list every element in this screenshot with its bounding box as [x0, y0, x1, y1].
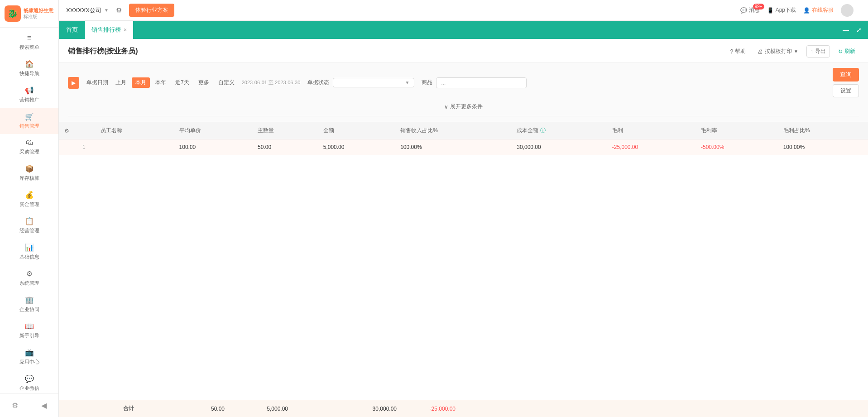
sidebar-item-label: 基础信息: [19, 254, 39, 260]
refresh-icon: ↻: [838, 48, 843, 55]
message-button[interactable]: 💬 消息 99+: [740, 6, 760, 14]
content-inner: 销售排行榜(按业务员) ? 帮助 🖨 按模板打印 ▼ ↑ 导出: [59, 39, 868, 417]
refresh-button[interactable]: ↻ 刷新: [834, 46, 859, 57]
sidebar-item-wechat[interactable]: 💬 企业微信: [0, 370, 58, 393]
table-row: 1 100.00 50.00: [59, 139, 868, 155]
footer-amount: 5,000.00: [234, 406, 288, 412]
logo: 🐉 畅康通好生意 标准版: [0, 0, 58, 28]
sidebar-item-system[interactable]: ⚙ 系统管理: [0, 265, 58, 291]
content-area: 销售排行榜(按业务员) ? 帮助 🖨 按模板打印 ▼ ↑ 导出: [59, 39, 868, 417]
date-range: 2023-06-01 至 2023-06-30: [242, 79, 301, 86]
sidebar-item-enterprise[interactable]: 🏢 企业协同: [0, 291, 58, 317]
date-btn-current-year[interactable]: 本年: [152, 77, 170, 88]
print-chevron-icon: ▼: [794, 49, 798, 54]
sidebar-item-apps[interactable]: 📺 应用中心: [0, 344, 58, 370]
export-button[interactable]: ↑ 导出: [806, 45, 830, 58]
tab-close-button[interactable]: ×: [124, 27, 127, 33]
help-label: 帮助: [735, 48, 746, 55]
service-icon: 👤: [803, 7, 810, 14]
goods-select[interactable]: ...: [436, 77, 527, 88]
enterprise-icon: 🏢: [25, 296, 34, 304]
sidebar-item-label: 采购管理: [19, 149, 39, 155]
chevron-down-icon: ▼: [104, 8, 109, 13]
avatar[interactable]: [841, 4, 854, 17]
service-label: 在线客服: [812, 6, 834, 14]
footer-main-qty: 50.00: [179, 406, 225, 412]
status-select[interactable]: ▼: [333, 78, 414, 87]
query-button[interactable]: 查询: [833, 68, 859, 81]
row-gross: -25,000.00: [607, 139, 695, 155]
sidebar-item-marketing[interactable]: 📢 营销推广: [0, 81, 58, 108]
sidebar-item-guide[interactable]: 📖 新手引导: [0, 317, 58, 344]
row-cost: 30,000.00: [511, 139, 607, 155]
filter-area: ▶ 单据日期 上月 本月 本年 近7天 更多 自定义 2023-06: [59, 62, 868, 122]
sidebar-item-label: 新手引导: [19, 332, 39, 339]
phone-icon: 📱: [767, 7, 774, 14]
col-header-settings[interactable]: ⚙: [59, 122, 77, 139]
col-header-amount: 全额: [318, 122, 395, 139]
company-selector[interactable]: XXXXXX公司 ▼: [66, 6, 109, 14]
online-service-button[interactable]: 👤 在线客服: [803, 6, 834, 14]
row-settings: [59, 139, 77, 155]
expand-more-button[interactable]: ∨ 展开更多条件: [437, 100, 490, 113]
trial-button[interactable]: 体验行业方案: [129, 4, 174, 17]
column-settings-icon[interactable]: ⚙: [64, 128, 69, 134]
sidebar-collapse-button[interactable]: ◀: [38, 398, 49, 412]
refresh-label: 刷新: [844, 48, 855, 55]
sidebar-settings-button[interactable]: ⚙: [9, 398, 21, 412]
sidebar-item-search[interactable]: ≡ 搜索菜单: [0, 29, 58, 55]
sidebar-item-label: 资金管理: [19, 201, 39, 208]
top-header: XXXXXX公司 ▼ ⚙ 体验行业方案 💬 消息 99+ 📱 App下载 👤 在…: [59, 0, 868, 21]
filter-expand-arrow[interactable]: ▶: [68, 77, 79, 89]
print-icon: 🖨: [758, 48, 763, 55]
purchase-icon: 🛍: [26, 139, 33, 147]
row-gross-pct: 100.00%: [778, 139, 868, 155]
company-name: XXXXXX公司: [66, 6, 101, 14]
sidebar-item-sales[interactable]: 🛒 销售管理: [0, 108, 58, 134]
sidebar: 🐉 畅康通好生意 标准版 ≡ 搜索菜单 🏠 快捷导航 📢 营销推广 🛒 销售管理…: [0, 0, 59, 417]
col-header-name: 员工名称: [95, 122, 174, 139]
setting-button[interactable]: 设置: [833, 84, 859, 97]
sidebar-item-label: 库存核算: [19, 175, 39, 182]
sidebar-item-purchase[interactable]: 🛍 采购管理: [0, 134, 58, 160]
marketing-icon: 📢: [25, 86, 34, 95]
col-header-avg-price: 平均单价: [174, 122, 253, 139]
sidebar-item-finance[interactable]: 💰 资金管理: [0, 186, 58, 212]
date-btn-more[interactable]: 更多: [195, 77, 213, 88]
row-gross-rate: -500.00%: [695, 139, 778, 155]
col-header-cost: 成本全额 ⓘ: [511, 122, 607, 139]
sidebar-item-label: 搜索菜单: [19, 44, 39, 51]
main-area: XXXXXX公司 ▼ ⚙ 体验行业方案 💬 消息 99+ 📱 App下载 👤 在…: [59, 0, 868, 417]
tab-sales-ranking[interactable]: 销售排行榜 ×: [85, 21, 133, 39]
print-button[interactable]: 🖨 按模板打印 ▼: [754, 46, 802, 57]
query-setting-group: 查询 设置: [833, 68, 859, 97]
date-btn-last-month[interactable]: 上月: [112, 77, 130, 88]
status-filter: 单据状态 ▼: [307, 78, 414, 87]
header-settings-button[interactable]: ⚙: [114, 5, 124, 16]
sidebar-item-label: 销售管理: [19, 123, 39, 129]
tab-home[interactable]: 首页: [59, 21, 85, 39]
sidebar-item-inventory[interactable]: 📦 库存核算: [0, 160, 58, 186]
sidebar-item-label: 经营管理: [19, 227, 39, 234]
date-btn-custom[interactable]: 自定义: [215, 77, 238, 88]
sidebar-item-label: 应用中心: [19, 359, 39, 365]
print-label: 按模板打印: [765, 48, 792, 55]
date-btn-current-month[interactable]: 本月: [132, 77, 150, 88]
sidebar-item-basic[interactable]: 📊 基础信息: [0, 239, 58, 265]
cost-info-icon[interactable]: ⓘ: [540, 127, 546, 134]
date-label: 单据日期: [86, 79, 108, 86]
status-label: 单据状态: [307, 79, 329, 86]
tab-minimize-button[interactable]: —: [841, 24, 851, 35]
app-download-button[interactable]: 📱 App下载: [767, 6, 796, 14]
tab-maximize-button[interactable]: ⤢: [854, 24, 863, 35]
row-name: [95, 139, 174, 155]
page-header: 销售排行榜(按业务员) ? 帮助 🖨 按模板打印 ▼ ↑ 导出: [59, 39, 868, 62]
app-download-label: App下载: [776, 6, 796, 14]
inventory-icon: 📦: [25, 164, 34, 173]
help-button[interactable]: ? 帮助: [726, 46, 749, 57]
footer-cost: 30,000.00: [342, 406, 397, 412]
date-btn-last-7days[interactable]: 近7天: [172, 77, 193, 88]
goods-placeholder: ...: [441, 80, 446, 86]
sidebar-item-operations[interactable]: 📋 经营管理: [0, 212, 58, 239]
sidebar-item-shortcut[interactable]: 🏠 快捷导航: [0, 55, 58, 81]
